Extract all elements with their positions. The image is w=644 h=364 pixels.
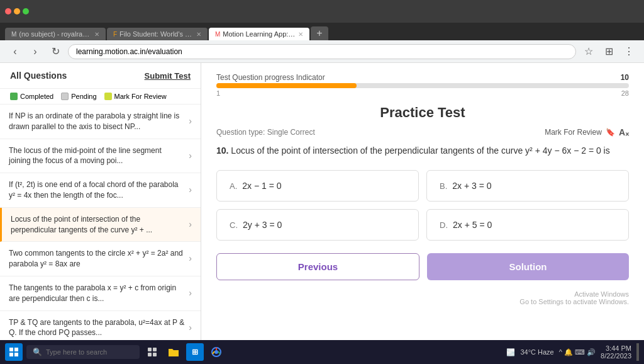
taskbar: 🔍 ⊞ 🌫️ 34°C Haze ^ 🔔 ⌨ 🔊 3:44 PM (0, 340, 644, 364)
app-body: All Questions Submit Test Completed Pend… (0, 63, 644, 364)
bookmark-icon: 🔖 (606, 128, 615, 137)
sidebar-title: All Questions (10, 71, 67, 81)
progress-bar-container (216, 83, 629, 88)
question-item-8[interactable]: The locus of the mid-point of the line s… (0, 139, 201, 174)
main-content: Test Question progress Indicator 10 1 28… (201, 63, 644, 364)
date-display: 8/22/2023 (601, 352, 631, 360)
legend-row: Completed Pending Mark For Review (0, 89, 201, 105)
progress-label-row: Test Question progress Indicator 10 (216, 73, 629, 82)
taskbar-search-icon: 🔍 (33, 348, 42, 356)
legend-pending: Pending (61, 93, 96, 100)
weather-temp: 34°C Haze (520, 348, 553, 356)
svg-rect-3 (14, 353, 18, 356)
options-grid: A. 2x − 1 = 0 B. 2x + 3 = 0 C. 2y + 3 = … (216, 170, 629, 241)
question-meta: Question type: Single Correct Mark For R… (216, 127, 629, 137)
chevron-icon-10: › (189, 219, 192, 231)
weather-icon: 🌫️ (506, 348, 515, 356)
browser-chrome (0, 0, 644, 23)
progress-bar-fill (216, 83, 357, 88)
tab-1[interactable]: F Filo Student: World's Only Live... ✕ (107, 28, 208, 40)
chevron-icon-12: › (189, 287, 192, 300)
question-item-7[interactable]: If NP is an ordinate of the parabola y s… (0, 105, 201, 139)
legend-mark: Mark For Review (104, 93, 167, 100)
previous-button[interactable]: Previous (216, 253, 419, 280)
mark-for-review-button[interactable]: Mark For Review 🔖 Aₓ (545, 127, 629, 137)
chevron-icon-11: › (189, 253, 192, 265)
activate-windows-notice: Activate Windows Go to Settings to activ… (216, 290, 629, 305)
practice-test-title: Practice Test (216, 105, 629, 121)
tab-2[interactable]: M Motion Learning App: Download... ✕ (209, 28, 309, 40)
taskbar-search-box[interactable]: 🔍 (26, 345, 140, 359)
chevron-icon-13: › (189, 322, 192, 334)
question-item-9[interactable]: If (t², 2t) is one end of a focal chord … (0, 173, 201, 208)
question-item-12[interactable]: The tangents to the parabola x = y² + c … (0, 276, 201, 311)
pending-dot (61, 93, 69, 100)
tab-close-2[interactable]: ✕ (298, 31, 303, 38)
svg-line-11 (218, 351, 220, 354)
chevron-icon-7: › (189, 115, 192, 128)
forward-button[interactable]: › (28, 46, 43, 57)
taskbar-right: 🌫️ 34°C Haze ^ 🔔 ⌨ 🔊 3:44 PM 8/22/2023 (506, 343, 639, 361)
svg-rect-6 (148, 353, 152, 356)
progress-min: 1 (216, 89, 220, 97)
question-type-label: Question type: Single Correct (216, 128, 315, 137)
option-b[interactable]: B. 2x + 3 = 0 (426, 170, 629, 202)
question-item-10[interactable]: Locus of the point of intersection of th… (0, 208, 201, 242)
progress-range: 1 28 (216, 89, 629, 97)
question-item-11[interactable]: Two common tangents to the circle x² + y… (0, 242, 201, 276)
extensions-button[interactable]: ⊞ (601, 45, 616, 57)
store-button[interactable]: ⊞ (186, 343, 204, 361)
svg-line-12 (213, 351, 214, 354)
clock: 3:44 PM 8/22/2023 (601, 344, 631, 360)
svg-rect-5 (153, 348, 157, 351)
progress-current: 10 (621, 73, 629, 82)
tab-close-0[interactable]: ✕ (94, 31, 99, 38)
back-button[interactable]: ‹ (8, 46, 23, 57)
activate-windows-subtitle: Go to Settings to activate Windows. (216, 298, 629, 305)
chevron-icon-9: › (189, 184, 192, 196)
solution-button[interactable]: Solution (427, 253, 629, 280)
font-size-icon: Aₓ (619, 127, 629, 137)
progress-section: Test Question progress Indicator 10 1 28 (216, 73, 629, 97)
show-desktop-button[interactable] (636, 343, 639, 361)
sidebar: All Questions Submit Test Completed Pend… (0, 63, 201, 364)
option-d[interactable]: D. 2x + 5 = 0 (426, 209, 629, 241)
reload-button[interactable]: ↻ (48, 45, 63, 57)
sidebar-header: All Questions Submit Test (0, 63, 201, 89)
svg-point-9 (214, 350, 218, 354)
system-tray-icons: ^ 🔔 ⌨ 🔊 (559, 348, 596, 356)
tab-0[interactable]: M (no subject) - royalrao3042007@... ✕ (5, 28, 106, 40)
mark-dot (104, 93, 112, 100)
completed-dot (10, 93, 18, 100)
address-input[interactable] (68, 44, 576, 59)
tab-close-1[interactable]: ✕ (196, 31, 201, 38)
new-tab-button[interactable]: + (311, 26, 328, 40)
svg-rect-0 (9, 348, 13, 351)
option-a[interactable]: A. 2x − 1 = 0 (216, 170, 419, 202)
progress-max: 28 (621, 89, 629, 97)
svg-rect-4 (148, 348, 152, 351)
bookmark-button[interactable]: ☆ (581, 45, 596, 57)
svg-rect-1 (14, 348, 18, 351)
chrome-button[interactable] (208, 343, 225, 361)
time-display: 3:44 PM (601, 344, 631, 352)
svg-rect-7 (153, 353, 157, 356)
activate-windows-title: Activate Windows (216, 290, 629, 298)
submit-test-button[interactable]: Submit Test (145, 71, 191, 81)
start-button[interactable] (5, 343, 23, 361)
option-c[interactable]: C. 2y + 3 = 0 (216, 209, 419, 241)
task-view-button[interactable] (143, 343, 161, 361)
taskbar-search-input[interactable] (46, 348, 128, 356)
legend-completed: Completed (10, 93, 53, 100)
svg-rect-2 (9, 353, 13, 356)
address-bar-row: ‹ › ↻ ☆ ⊞ ⋮ (0, 40, 644, 63)
file-explorer-button[interactable] (165, 343, 182, 361)
tab-bar: M (no subject) - royalrao3042007@... ✕ F… (0, 23, 644, 40)
question-text: 10. Locus of the point of intersection o… (216, 144, 629, 157)
chevron-icon-8: › (189, 150, 192, 162)
action-row: Previous Solution (216, 253, 629, 280)
progress-label: Test Question progress Indicator (216, 73, 325, 82)
menu-button[interactable]: ⋮ (621, 45, 636, 57)
